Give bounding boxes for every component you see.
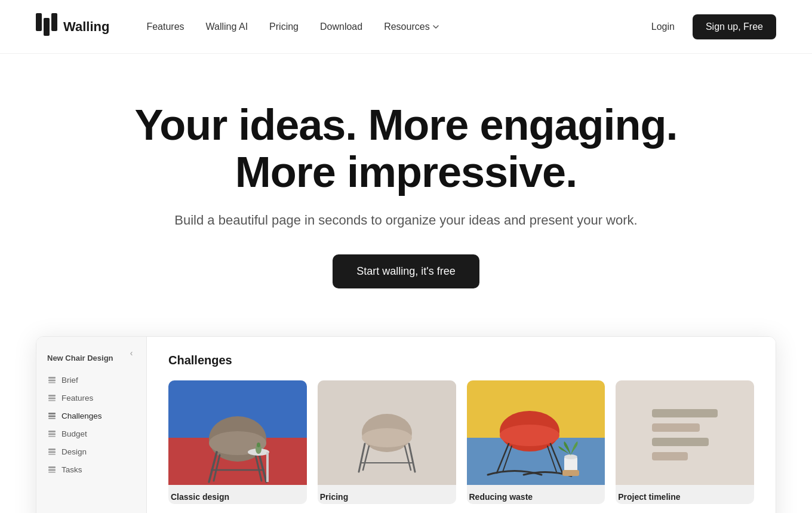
svg-rect-47	[562, 470, 579, 476]
card-reducing-waste-label: Reducing waste	[467, 485, 605, 504]
svg-rect-19	[48, 469, 56, 471]
svg-rect-29	[266, 452, 269, 482]
sidebar-item-challenges[interactable]: Challenges	[36, 407, 146, 425]
svg-point-46	[564, 454, 577, 459]
logo-link[interactable]: Walling	[36, 13, 109, 41]
card-classic-design-label: Classic design	[168, 485, 307, 504]
chair-image-2	[476, 386, 595, 485]
svg-rect-12	[48, 431, 56, 432]
hero-title: Your ideas. More engaging. More impressi…	[36, 102, 776, 196]
sidebar-item-features[interactable]: Features	[36, 389, 146, 407]
layers-icon	[47, 375, 57, 385]
card-pricing[interactable]: Pricing	[318, 380, 456, 504]
svg-rect-6	[48, 395, 56, 397]
svg-line-44	[548, 446, 556, 472]
svg-rect-20	[48, 472, 56, 473]
svg-rect-5	[48, 382, 56, 383]
hero-subtitle: Build a beautiful page in seconds to org…	[36, 213, 776, 228]
card-reducing-waste[interactable]: Reducing waste	[467, 380, 605, 504]
timeline-image	[646, 397, 724, 469]
nav-links: Features Walling AI Pricing Download Res…	[138, 17, 642, 37]
nav-right: Login Sign up, Free	[643, 14, 776, 39]
nav-resources[interactable]: Resources	[376, 17, 447, 37]
svg-rect-11	[48, 418, 56, 419]
svg-line-43	[503, 446, 512, 472]
svg-point-33	[362, 428, 412, 447]
svg-point-31	[257, 443, 260, 447]
svg-rect-4	[48, 380, 56, 382]
svg-rect-3	[48, 377, 56, 379]
card-classic-design[interactable]: Classic design	[168, 380, 307, 504]
svg-rect-51	[652, 452, 688, 460]
svg-rect-49	[652, 423, 700, 432]
svg-line-23	[209, 452, 217, 482]
sidebar-item-design[interactable]: Design	[36, 443, 146, 460]
login-button[interactable]: Login	[643, 17, 683, 37]
svg-rect-17	[48, 454, 56, 455]
sidebar-toggle-button[interactable]: ‹	[125, 346, 138, 360]
svg-rect-13	[48, 434, 56, 435]
grid-icon	[47, 393, 57, 403]
logo-icon	[36, 13, 57, 41]
nav-features[interactable]: Features	[138, 17, 192, 37]
cta-button[interactable]: Start walling, it's free	[333, 254, 479, 288]
app-sidebar: ‹ New Chair Design Brief Features	[36, 337, 147, 513]
svg-rect-15	[48, 449, 56, 450]
stack-icon	[47, 411, 57, 420]
svg-rect-48	[652, 409, 718, 417]
sidebar-item-brief[interactable]: Brief	[36, 371, 146, 389]
budget-icon	[47, 429, 57, 438]
svg-point-40	[500, 425, 559, 446]
design-icon	[47, 447, 57, 456]
nav-walling-ai[interactable]: Walling AI	[198, 17, 257, 37]
svg-rect-8	[48, 400, 56, 401]
pricing-image	[348, 391, 426, 475]
logo-name: Walling	[63, 19, 109, 35]
nav-download[interactable]: Download	[312, 17, 371, 37]
svg-rect-9	[48, 413, 56, 414]
sidebar-item-tasks[interactable]: Tasks	[36, 460, 146, 478]
tasks-icon	[47, 465, 57, 474]
svg-rect-16	[48, 451, 56, 453]
hero-section: Your ideas. More engaging. More impressi…	[0, 54, 812, 324]
chair-image-1	[196, 392, 279, 485]
sidebar-item-budget[interactable]: Budget	[36, 425, 146, 443]
svg-rect-2	[51, 13, 57, 31]
chevron-down-icon	[432, 23, 439, 30]
svg-rect-7	[48, 398, 56, 400]
app-main-content: Challenges	[147, 337, 776, 513]
cards-grid: Classic design Pricing	[168, 380, 754, 504]
nav-pricing[interactable]: Pricing	[261, 17, 307, 37]
svg-rect-1	[44, 18, 50, 36]
card-project-timeline-label: Project timeline	[616, 485, 754, 504]
svg-rect-14	[48, 436, 56, 437]
svg-rect-50	[652, 438, 709, 446]
svg-rect-0	[36, 13, 42, 31]
app-preview: ‹ New Chair Design Brief Features	[36, 336, 776, 513]
svg-line-24	[259, 452, 266, 482]
card-project-timeline[interactable]: Project timeline	[616, 380, 754, 504]
section-title: Challenges	[168, 354, 754, 367]
signup-button[interactable]: Sign up, Free	[693, 14, 776, 39]
svg-rect-18	[48, 466, 56, 468]
svg-rect-10	[48, 416, 56, 417]
navigation: Walling Features Walling AI Pricing Down…	[0, 0, 812, 54]
card-pricing-label: Pricing	[318, 485, 456, 504]
